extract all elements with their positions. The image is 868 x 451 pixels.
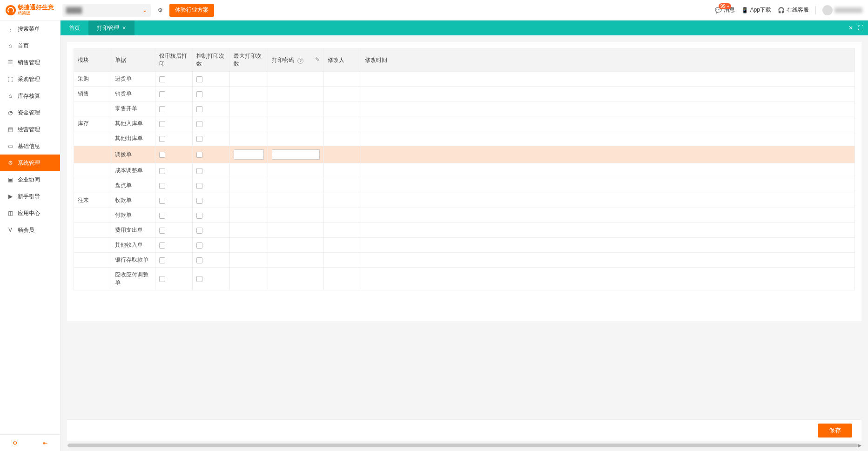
content-scroll[interactable]: 模块 单据 仅审核后打印 控制打印次数 最大打印次数 打印密码 ? ✎ 修改人: [61, 35, 868, 416]
sidebar-item-app-center[interactable]: ◫应用中心: [0, 205, 60, 222]
sidebar-item-basic-info[interactable]: ▭基础信息: [0, 138, 60, 155]
ctrl-count-checkbox[interactable]: [196, 213, 202, 219]
ctrl-count-checkbox[interactable]: [196, 106, 202, 112]
edit-icon[interactable]: ✎: [315, 56, 320, 63]
online-service-label: 在线客服: [787, 6, 809, 14]
table-row: 成本调整单: [74, 163, 855, 178]
sidebar-item-operation[interactable]: ▤经营管理: [0, 121, 60, 138]
cell-module: 库存: [74, 116, 111, 131]
online-service-link[interactable]: 🎧 在线客服: [778, 6, 809, 14]
ctrl-count-checkbox[interactable]: [196, 183, 202, 189]
sidebar-item-coop[interactable]: ▣企业协同: [0, 171, 60, 188]
ctrl-count-checkbox[interactable]: [196, 257, 202, 263]
audit-print-checkbox[interactable]: [159, 276, 165, 282]
max-count-input[interactable]: [234, 149, 264, 160]
cell-module: [74, 208, 111, 223]
cell-ctrl-count: [193, 178, 230, 193]
sales-icon: ☰: [7, 59, 14, 66]
headset-icon: 🎧: [778, 7, 785, 13]
ctrl-count-checkbox[interactable]: [196, 276, 202, 282]
sidebar-collapse-icon[interactable]: ⇤: [30, 435, 61, 451]
trial-button[interactable]: 体验行业方案: [169, 4, 214, 17]
cell-mod-time: [361, 131, 855, 146]
cell-audit-print: [155, 268, 193, 290]
close-icon[interactable]: ✕: [122, 25, 126, 31]
th-max-count: 最大打印次数: [230, 49, 268, 72]
sidebar-item-guide[interactable]: ▶新手引导: [0, 188, 60, 205]
audit-print-checkbox[interactable]: [159, 152, 165, 158]
cell-max-count: [230, 238, 268, 253]
audit-print-checkbox[interactable]: [159, 198, 165, 204]
sidebar-item-purchase[interactable]: ⬚采购管理: [0, 71, 60, 88]
cell-modifier: [324, 253, 361, 268]
cell-ctrl-count: [193, 208, 230, 223]
ctrl-count-checkbox[interactable]: [196, 121, 202, 127]
cell-ctrl-count: [193, 101, 230, 116]
company-selector[interactable]: ████ ⌄: [62, 4, 151, 17]
sidebar-item-inventory[interactable]: ⌂库存核算: [0, 88, 60, 104]
audit-print-checkbox[interactable]: [159, 106, 165, 112]
save-button[interactable]: 保存: [818, 424, 852, 438]
inventory-icon: ⌂: [7, 93, 14, 99]
cell-max-count: [230, 253, 268, 268]
audit-print-checkbox[interactable]: [159, 183, 165, 189]
sidebar-item-sales[interactable]: ☰销售管理: [0, 54, 60, 71]
tab-close-all-icon[interactable]: ✕: [848, 25, 853, 31]
scroll-left-arrow[interactable]: ◀: [66, 443, 72, 448]
audit-print-checkbox[interactable]: [159, 168, 165, 174]
sidebar-item-label: 基础信息: [18, 142, 40, 150]
sidebar-item-system[interactable]: ⚙系统管理: [0, 155, 60, 171]
sidebar-item-label: 搜索菜单: [18, 25, 40, 33]
print-password-input[interactable]: [272, 149, 320, 160]
ctrl-count-checkbox[interactable]: [196, 228, 202, 234]
logo-subtext: 精简版: [18, 10, 54, 16]
tab-home[interactable]: 首页: [61, 20, 88, 35]
table-row: 库存其他入库单: [74, 116, 855, 131]
ctrl-count-checkbox[interactable]: [196, 152, 202, 158]
audit-print-checkbox[interactable]: [159, 76, 165, 82]
cell-audit-print: [155, 208, 193, 223]
audit-print-checkbox[interactable]: [159, 91, 165, 97]
search-menu-icon: ⍚: [7, 26, 14, 32]
logo-text: 畅捷通好生意: [18, 4, 54, 10]
ctrl-count-checkbox[interactable]: [196, 91, 202, 97]
cell-module: [74, 131, 111, 146]
audit-print-checkbox[interactable]: [159, 257, 165, 263]
sidebar-item-vip[interactable]: V畅会员: [0, 222, 60, 238]
sidebar-item-home[interactable]: ⌂首页: [0, 37, 60, 54]
sidebar-settings-icon[interactable]: ⚙: [0, 435, 30, 451]
sidebar-item-search-menu[interactable]: ⍚搜索菜单: [0, 20, 60, 37]
table-row: 盘点单: [74, 178, 855, 193]
cell-pwd: [268, 253, 324, 268]
scroll-right-arrow[interactable]: ▶: [857, 443, 862, 448]
audit-print-checkbox[interactable]: [159, 213, 165, 219]
messages-link[interactable]: 💬 99 + 消息: [715, 6, 735, 14]
audit-print-checkbox[interactable]: [159, 121, 165, 127]
ctrl-count-checkbox[interactable]: [196, 168, 202, 174]
ctrl-count-checkbox[interactable]: [196, 76, 202, 82]
fullscreen-icon[interactable]: ⛶: [858, 25, 863, 31]
cell-ctrl-count: [193, 87, 230, 101]
sidebar-item-funds[interactable]: ◔资金管理: [0, 104, 60, 121]
settings-gear-icon[interactable]: ⚙: [154, 7, 167, 13]
app-download-link[interactable]: 📱 App下载: [741, 6, 771, 14]
horizontal-scrollbar[interactable]: ◀ ▶: [67, 443, 861, 448]
ctrl-count-checkbox[interactable]: [196, 136, 202, 142]
ctrl-count-checkbox[interactable]: [196, 242, 202, 249]
cell-modifier: [324, 146, 361, 163]
vip-icon: V: [7, 227, 14, 233]
th-mod-time: 修改时间: [361, 49, 855, 72]
ctrl-count-checkbox[interactable]: [196, 198, 202, 204]
audit-print-checkbox[interactable]: [159, 242, 165, 249]
cell-module: [74, 178, 111, 193]
table-row: 往来收款单: [74, 193, 855, 208]
tab-print-manage[interactable]: 打印管理 ✕: [88, 20, 135, 35]
audit-print-checkbox[interactable]: [159, 228, 165, 234]
sidebar-item-label: 新手引导: [18, 193, 40, 201]
audit-print-checkbox[interactable]: [159, 136, 165, 142]
footer-bar: 保存: [67, 419, 861, 441]
user-menu[interactable]: [822, 5, 862, 15]
help-icon[interactable]: ?: [297, 58, 303, 64]
cell-pwd: [268, 72, 324, 87]
sidebar-item-label: 资金管理: [18, 109, 40, 117]
